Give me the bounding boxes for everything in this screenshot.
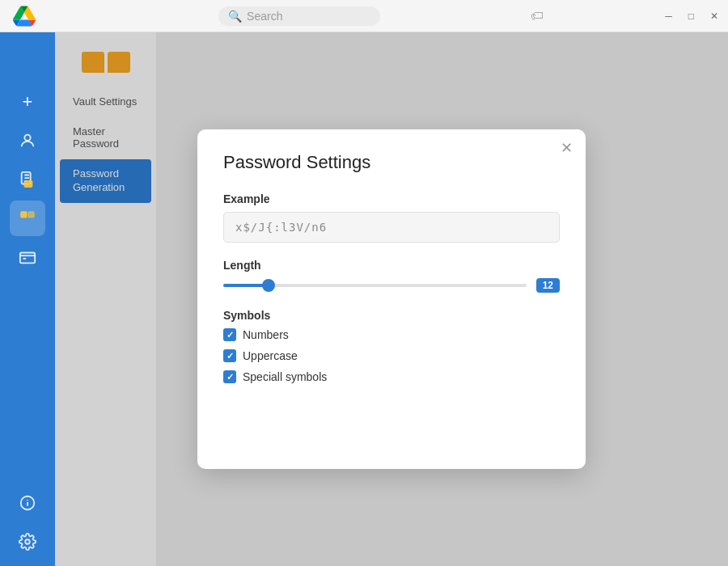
uppercase-checkbox-label: Uppercase [243,349,298,362]
example-section-label: Example [223,192,560,205]
svg-point-0 [24,135,30,141]
modal-overlay: ✕ Password Settings Example x$/J{:l3V/n6… [55,32,728,566]
length-value-badge: 12 [536,278,560,293]
length-section-label: Length [223,259,560,272]
search-bar[interactable]: 🔍 Search [218,6,380,26]
minimize-button[interactable]: ─ [662,9,675,23]
numbers-checkbox-row: Numbers [223,328,560,341]
svg-rect-3 [21,212,27,218]
search-icon: 🔍 [228,10,242,23]
title-bar: 🔍 Search 🏷 ─ □ ✕ [0,0,728,32]
special-symbols-checkbox-row: Speciall symbols [223,370,560,383]
special-symbols-checkbox-label: Speciall symbols [243,370,327,383]
length-slider-track[interactable] [223,284,527,287]
length-section: Length 12 [223,259,560,293]
sidebar-item-add[interactable]: + [10,84,45,120]
uppercase-checkbox-row: Uppercase [223,349,560,362]
symbols-section-label: Symbols [223,309,560,322]
example-password-display: x$/J{:l3V/n6 [223,212,560,243]
search-placeholder: Search [247,10,282,23]
sidebar-item-documents[interactable] [10,162,45,197]
close-button[interactable]: ✕ [707,9,722,23]
window-controls: ─ □ ✕ [662,9,722,23]
sidebar-item-notes[interactable] [10,201,45,236]
sidebar-item-cards[interactable] [10,239,45,275]
svg-rect-4 [28,212,34,218]
main-layout: + [0,32,728,566]
sidebar: + [0,32,55,566]
sidebar-logo [10,39,45,74]
svg-rect-2 [24,181,32,187]
length-slider-row: 12 [223,278,560,293]
uppercase-checkbox[interactable] [223,349,236,362]
numbers-checkbox-label: Numbers [243,328,289,341]
maximize-button[interactable]: □ [685,9,697,23]
symbols-section: Symbols Numbers Uppercase Speciall symbo… [223,309,560,383]
sidebar-item-settings[interactable] [10,524,45,560]
modal-title: Password Settings [223,152,560,173]
length-slider-thumb[interactable] [262,279,275,292]
svg-point-7 [25,539,30,544]
tag-icon[interactable]: 🏷 [531,9,544,23]
numbers-checkbox[interactable] [223,328,236,341]
svg-rect-5 [20,253,35,264]
content-area: Vault Settings Master Password Password … [55,32,728,566]
app-logo [13,5,36,27]
password-settings-modal: ✕ Password Settings Example x$/J{:l3V/n6… [197,129,586,469]
modal-close-button[interactable]: ✕ [561,141,573,155]
sidebar-item-identity[interactable] [10,123,45,158]
sidebar-item-info[interactable] [10,485,45,521]
special-symbols-checkbox[interactable] [223,370,236,383]
